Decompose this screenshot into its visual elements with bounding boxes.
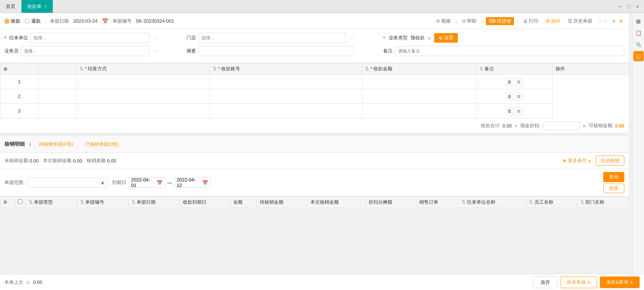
copy-icon-3[interactable]: ⧉ <box>515 107 523 115</box>
bth-duedate: 收款到期日 <box>180 197 230 208</box>
save-new-btn[interactable]: 保存&新增 ∧ <box>600 277 640 288</box>
toolbar-divider-1 <box>45 17 46 25</box>
staff-input[interactable] <box>21 46 149 56</box>
sidebar-table-icon[interactable]: ▦ <box>633 16 644 26</box>
th-account-sort: ⇅ <box>213 66 217 71</box>
td-settle-1[interactable] <box>38 75 76 89</box>
store-more-icon[interactable]: ··· <box>350 35 354 41</box>
remark-field: 备注 <box>383 46 624 56</box>
footer: 本单上欠 ⊙ 0.00 放弃 保存草稿 ∧ 保存&新增 ∧ <box>0 274 644 290</box>
bth-date-sort: ⇅ <box>131 199 136 205</box>
filter-settings-btn[interactable]: 设置 <box>603 184 624 193</box>
select-all-checkbox[interactable] <box>18 199 23 204</box>
auto-clear-btn[interactable]: 自动核销 <box>596 156 624 166</box>
close-button[interactable]: × <box>634 3 641 10</box>
abandon-btn[interactable]: 放弃 <box>533 277 558 288</box>
tab-receipt[interactable]: 收款单 × <box>21 0 53 13</box>
range-select[interactable]: ∨ <box>28 177 108 188</box>
section-info-icon[interactable]: ℹ <box>29 142 31 147</box>
th-settings[interactable]: ⚙ <box>0 63 39 75</box>
dropdown-icon[interactable]: ∨ <box>428 35 431 41</box>
print-btn[interactable]: 🖨 打印 <box>521 17 541 25</box>
date-to-input[interactable]: 2022-04-12 📅 <box>174 177 211 188</box>
toolbar: 收款 退款 单据日期 2023-03-24 📅 单据编号 SK-20230324… <box>0 13 629 29</box>
help-label: 帮助 <box>467 18 476 24</box>
shortcut-btn[interactable]: ⌨ 快捷键 <box>486 17 514 25</box>
order-info-icon[interactable]: ⊙ <box>26 279 30 285</box>
copy-icon-1[interactable]: ⧉ <box>515 78 523 86</box>
td-settle-3[interactable] <box>38 104 76 118</box>
save-draft-chevron[interactable]: ∧ <box>587 279 591 285</box>
history-btn[interactable]: ☰ 历史单据 <box>566 17 594 25</box>
delete-icon-1[interactable]: 🗑 <box>506 78 514 86</box>
sidebar-expand-icon[interactable]: ◱ <box>633 51 644 61</box>
sidebar-doc-icon[interactable]: 📋 <box>633 28 644 38</box>
summary-input[interactable] <box>198 46 354 56</box>
done-tab[interactable]: 已核销单据(0笔) <box>81 140 123 149</box>
td-account-3[interactable] <box>76 104 210 118</box>
bth-number: ⇅ 单据编号 <box>77 197 128 208</box>
pending-tab[interactable]: 待核销单据(0笔) <box>35 140 77 149</box>
th-remark: ⇅ 备注 <box>476 63 552 75</box>
settings-btn[interactable]: ⚙ 设置 <box>434 33 458 43</box>
sidebar-attach-icon[interactable]: 📎 <box>633 39 644 50</box>
td-remark-3[interactable] <box>362 104 476 118</box>
td-account-2[interactable] <box>76 89 210 104</box>
equals-label: = <box>583 123 586 129</box>
td-settle-2[interactable] <box>38 89 76 104</box>
print-label: 打印 <box>529 18 538 24</box>
minimize-button[interactable]: ─ <box>616 3 624 10</box>
operation-btn[interactable]: ⚙ 操作 <box>543 17 563 25</box>
help-btn[interactable]: ⊙ 帮助 <box>460 17 479 25</box>
th-amount-sort: ⇅ <box>365 66 369 71</box>
business-required: * <box>383 35 385 41</box>
counterpart-more-icon[interactable]: ··· <box>153 35 157 41</box>
grid-view-icon[interactable]: ⊞ <box>618 18 624 24</box>
td-amount-3[interactable] <box>209 104 362 118</box>
bth-current: 本次核销金额 <box>307 197 366 208</box>
receipt-label: 收款 <box>11 18 20 24</box>
date-from-input[interactable]: 2022-04-01 📅 <box>129 177 165 188</box>
th-settle-label: 结算方式 <box>88 66 107 71</box>
bth-date-label: 单据日期 <box>137 199 156 205</box>
maximize-button[interactable]: □ <box>625 3 632 10</box>
video-btn[interactable]: ⊙ 视频 <box>434 17 453 25</box>
bth-checkbox[interactable] <box>15 197 26 208</box>
tab-receipt-label: 收款单 <box>27 3 42 10</box>
section-title: 核销明细 <box>4 141 25 148</box>
refund-radio[interactable]: 退款 <box>25 18 41 24</box>
discount-input[interactable] <box>543 121 580 130</box>
receipt-radio[interactable]: 收款 <box>4 18 20 24</box>
tab-close-icon[interactable]: × <box>44 4 47 9</box>
table-row: 3 🗑 ⧉ <box>0 104 629 118</box>
calendar-icon[interactable]: 📅 <box>102 18 108 24</box>
td-amount-2[interactable] <box>209 89 362 104</box>
bth-settings[interactable]: ⚙ <box>0 197 15 208</box>
bottom-table: ⚙ ⇅ 单据类型 ⇅ 单据编号 ⇅ 单据日期 <box>0 196 629 208</box>
staff-more-icon[interactable]: ··· <box>153 48 157 54</box>
remark-input[interactable] <box>395 46 624 56</box>
delete-icon-2[interactable]: 🗑 <box>506 93 514 101</box>
list-view-icon[interactable]: ≡ <box>610 18 617 24</box>
delete-icon-3[interactable]: 🗑 <box>506 107 514 115</box>
bth-staff-sort: ⇅ <box>529 199 533 205</box>
tab-home[interactable]: 首页 <box>0 0 21 13</box>
shortcut-label: 快捷键 <box>497 18 511 24</box>
bth-pending-label: 待核销金额 <box>260 199 283 205</box>
save-new-chevron[interactable]: ∧ <box>630 279 633 285</box>
td-account-1[interactable] <box>76 75 210 89</box>
td-remark-1[interactable] <box>362 75 476 89</box>
store-input[interactable] <box>198 33 346 43</box>
action-icons-2: 🗑 ⧉ <box>479 93 549 101</box>
receipt-table: ⚙ ⇅ * 结算方式 ⇅ * 收款账号 ⇅ <box>0 63 629 118</box>
counterpart-input[interactable] <box>30 33 149 43</box>
save-draft-btn[interactable]: 保存草稿 ∧ <box>561 277 597 288</box>
query-btn[interactable]: 查询 <box>603 172 624 182</box>
more-conditions-btn[interactable]: ▼ 更多条件 ∧ <box>562 157 592 164</box>
td-remark-2[interactable] <box>362 89 476 104</box>
copy-icon-2[interactable]: ⧉ <box>515 93 523 101</box>
bth-current-label: 本次核销金额 <box>310 199 339 205</box>
total-label: 收款合计 <box>481 122 500 129</box>
th-account-label: 收款账号 <box>221 66 240 71</box>
td-amount-1[interactable] <box>209 75 362 89</box>
